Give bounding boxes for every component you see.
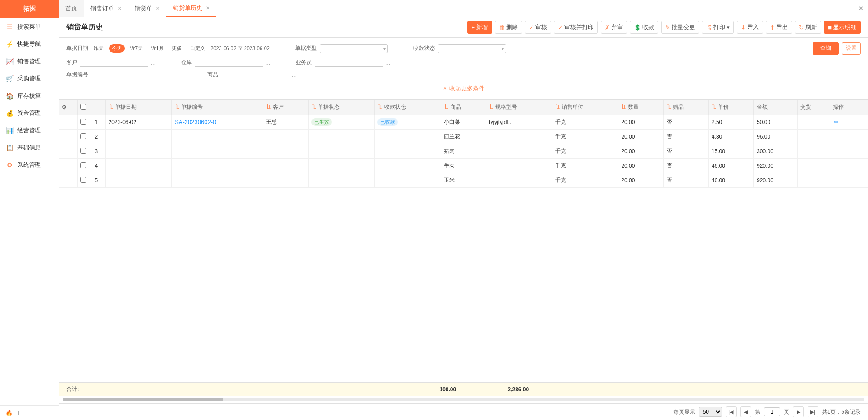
scroll-thumb[interactable] [63,398,223,401]
per-page-select[interactable]: 50 100 [699,407,722,417]
doc-no-link[interactable]: SA-20230602-0 [175,119,216,125]
row-checkbox-input[interactable] [80,162,86,168]
warehouse-input[interactable] [195,58,263,67]
sort-icon: ⇅ [712,103,717,110]
first-page-btn[interactable]: |◀ [726,406,737,417]
col-gift[interactable]: ⇅ 赠品 [663,100,708,115]
sidebar-item-operations[interactable]: 📊 经营管理 [0,122,59,139]
summary-row: 合计: 100.00 2,286.00 [59,382,868,396]
approve-button[interactable]: ✓ 审核 [525,21,551,34]
tab-home[interactable]: 首页 [59,0,84,17]
col-checkbox[interactable] [77,100,92,115]
cell-row-num: 2 [92,130,105,144]
row-checkbox[interactable] [77,144,92,159]
goods-input[interactable] [221,70,289,79]
purchase-icon: 🛒 [5,75,14,83]
salesperson-input[interactable] [315,58,383,67]
col-spec[interactable]: ⇅ 规格型号 [486,100,552,115]
close-all-tabs[interactable]: ✕ [854,5,868,12]
date-more[interactable]: 更多 [169,44,185,53]
warehouse-dots[interactable]: ... [266,60,270,66]
cell-spec [486,130,552,144]
col-goods[interactable]: ⇅ 商品 [441,100,486,115]
export-button[interactable]: ⬆ 导出 [766,21,792,34]
col-sales-unit[interactable]: ⇅ 销售单位 [552,100,618,115]
settings-button[interactable]: 设置 [842,42,861,55]
sidebar-item-inventory[interactable]: 🏠 库存核算 [0,87,59,105]
col-quantity[interactable]: ⇅ 数量 [618,100,663,115]
customer-input[interactable] [80,58,148,67]
sort-icon: ⇅ [555,103,560,110]
sort-icon: ⇅ [109,103,114,110]
date-yesterday[interactable]: 昨天 [91,44,106,53]
goods-dots[interactable]: ... [292,72,296,78]
tab-sales-order[interactable]: 销售订单 ✕ [84,0,128,17]
sidebar-item-sys-mgmt[interactable]: ⚙ 系统管理 [0,156,59,174]
show-detail-button[interactable]: ■ 显示明细 [824,21,861,34]
col-doc-no[interactable]: ⇅ 单据编号 [172,100,263,115]
print-button[interactable]: 🖨 打印 ▾ [702,21,734,34]
table-row: 5玉米千克20.00否46.00920.00 [59,173,868,188]
abandon-button[interactable]: ✗ 弃审 [601,21,627,34]
collapse-conditions[interactable]: ∧ 收起更多条件 [66,83,861,95]
row-checkbox-input[interactable] [80,133,86,139]
horizontal-scrollbar[interactable] [63,398,864,401]
doc-no-input[interactable] [91,70,182,79]
col-settings[interactable]: ⚙ [59,100,77,115]
close-tab-sales-order[interactable]: ✕ [118,6,121,11]
col-customer[interactable]: ⇅ 客户 [263,100,308,115]
query-button[interactable]: 查询 [813,42,839,55]
sidebar-item-purchase[interactable]: 🛒 采购管理 [0,70,59,87]
fire-icon[interactable]: 🔥 [5,410,13,416]
customer-dots[interactable]: ... [151,60,156,66]
close-tab-sales-history[interactable]: ✕ [206,5,210,10]
payment-status-select[interactable] [438,44,506,53]
collect-button[interactable]: 💲 收款 [630,21,658,34]
select-all-checkbox[interactable] [80,104,86,110]
salesperson-dots[interactable]: ... [386,60,390,66]
next-page-btn[interactable]: ▶ [793,406,804,417]
col-doc-status[interactable]: ⇅ 单据状态 [308,100,375,115]
date-1month[interactable]: 近1月 [148,44,166,53]
row-checkbox[interactable] [77,159,92,173]
more-action[interactable]: ⋮ [840,119,846,125]
sidebar-item-sales[interactable]: 📈 销售管理 [0,53,59,70]
row-checkbox[interactable] [77,115,92,130]
import-button[interactable]: ⬇ 导入 [737,21,763,34]
delete-button[interactable]: 🗑 删除 [495,21,522,34]
sidebar-item-finance[interactable]: 💰 资金管理 [0,105,59,122]
add-button[interactable]: + 新增 [467,21,492,34]
doc-type-select[interactable] [320,44,388,53]
col-unit-price[interactable]: ⇅ 单价 [708,100,753,115]
row-checkbox-input[interactable] [80,119,86,125]
filter-row-3: 单据编号 商品 ... [66,70,861,79]
sidebar-item-search-menu[interactable]: ☰ 搜索菜单 [0,18,59,35]
tab-sales-goods[interactable]: 销货单 ✕ [128,0,166,17]
sidebar-bottom: 🔥 ⏸ [0,405,59,420]
add-icon: + [472,24,475,31]
col-doc-date[interactable]: ⇅ 单据日期 [105,100,172,115]
row-checkbox[interactable] [77,173,92,188]
last-page-btn[interactable]: ▶| [808,406,818,417]
pause-icon[interactable]: ⏸ [16,410,22,416]
date-today[interactable]: 今天 [109,44,125,53]
row-checkbox-input[interactable] [80,148,86,154]
col-payment-status[interactable]: ⇅ 收款状态 [375,100,441,115]
row-checkbox[interactable] [77,130,92,144]
date-custom[interactable]: 自定义 [187,44,208,53]
refresh-button[interactable]: ↻ 刷新 [795,21,821,34]
page-input[interactable] [764,407,780,416]
row-checkbox-input[interactable] [80,177,86,183]
approve-print-button[interactable]: ✓ 审核并打印 [554,21,598,34]
date-7days[interactable]: 近7天 [127,44,146,53]
close-tab-sales-goods[interactable]: ✕ [156,6,160,11]
tab-sales-history[interactable]: 销货单历史 ✕ [166,0,216,17]
cell-sales-unit: 千克 [552,115,618,130]
prev-page-btn[interactable]: ◀ [740,406,751,417]
sidebar-item-basic-info[interactable]: 📋 基础信息 [0,139,59,156]
edit-action[interactable]: ✏ [834,119,838,125]
sort-icon: ⇅ [377,103,382,110]
batch-change-button[interactable]: ✎ 批量变更 [661,21,699,34]
cell-doc-no [172,144,263,159]
sidebar-item-quick-nav[interactable]: ⚡ 快捷导航 [0,35,59,53]
